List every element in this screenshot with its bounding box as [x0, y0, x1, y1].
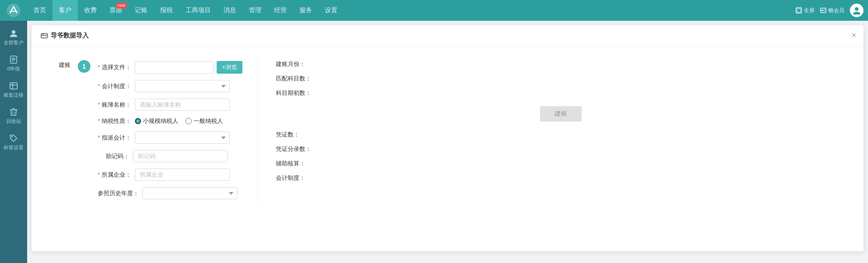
top-nav: 首页 客户 收费 票据 new 记账 报税 工商项目 消息 管理 经营 服务 设… — [0, 0, 868, 21]
member-button[interactable]: 畅会员 — [820, 7, 844, 14]
accountant-label: 指派会计： — [98, 134, 131, 142]
aux-accounting-label: 辅助核算： — [276, 160, 312, 168]
voucher-label: 凭证数： — [276, 131, 312, 139]
svg-rect-21 — [41, 33, 47, 38]
new-badge: new — [116, 3, 127, 9]
month-row: 建账月份： — [276, 60, 845, 68]
accounting-system-label: 会计制度： — [98, 82, 131, 90]
svg-point-20 — [11, 136, 13, 137]
svg-point-8 — [12, 30, 15, 34]
build-account-button[interactable]: 建账 — [540, 106, 582, 122]
tax-small-option[interactable]: 小规模纳税人 — [135, 117, 178, 125]
accounting-system-select[interactable] — [135, 80, 230, 92]
svg-rect-13 — [10, 83, 17, 89]
history-year-select[interactable] — [142, 187, 237, 199]
tax-general-option[interactable]: 一般纳税人 — [185, 117, 223, 125]
aux-accounting-row: 辅助核算： — [276, 160, 845, 168]
subject-init-label: 科目期初数： — [276, 89, 312, 97]
nav-home[interactable]: 首页 — [27, 0, 52, 21]
file-row: 选择文件： +浏览 — [98, 61, 244, 74]
sidebar-item-tag-settings[interactable]: 标签设置 — [1, 130, 26, 155]
subject-init-row: 科目期初数： — [276, 89, 845, 97]
nav-service[interactable]: 服务 — [293, 0, 318, 21]
step-label-text: 建账 — [59, 61, 71, 69]
memo-row: 助记码： — [98, 150, 244, 162]
file-input[interactable] — [135, 61, 214, 74]
nav-right: 全屏 畅会员 — [796, 4, 863, 17]
memo-input[interactable] — [133, 150, 228, 162]
svg-rect-2 — [797, 9, 801, 12]
sidebar-item-all-customers[interactable]: 全部客户 — [1, 25, 26, 50]
form-left: 建账 1 选择文件： +浏览 — [32, 56, 258, 204]
accountant-select[interactable] — [135, 132, 230, 144]
step-label: 建账 — [59, 60, 71, 70]
month-label: 建账月份： — [276, 60, 312, 68]
nav-customer[interactable]: 客户 — [52, 0, 78, 21]
nav-message[interactable]: 消息 — [217, 0, 242, 21]
dialog-title: 导爷数据导入 — [41, 32, 89, 40]
company-label: 所属企业： — [98, 171, 131, 179]
tax-small-radio[interactable] — [135, 118, 141, 124]
sidebar-item-recycle[interactable]: 回收站 — [1, 104, 26, 128]
ledger-name-input[interactable] — [135, 99, 230, 111]
sidebar-item-account-migration[interactable]: 账套迁移 — [1, 78, 26, 102]
logo — [5, 1, 23, 19]
tax-type-label: 纳税性质： — [98, 117, 131, 125]
nav-manage[interactable]: 管理 — [242, 0, 268, 21]
svg-point-4 — [821, 9, 823, 11]
ledger-name-label: 账簿名称： — [98, 101, 131, 109]
ledger-name-row: 账簿名称： — [98, 99, 244, 111]
nav-invoice[interactable]: 票据 new — [103, 0, 128, 21]
form-fields: 选择文件： +浏览 会计制度： — [98, 61, 244, 199]
history-year-label: 参照历史年度： — [98, 189, 139, 197]
form-right: 建账月份： 匹配科目数： 科目期初数： 建账 凭证数： — [258, 56, 863, 204]
main-content: 导爷数据导入 × 建账 1 选择文件： — [27, 21, 868, 263]
voucher-records-row: 凭证分录数： — [276, 145, 845, 153]
match-subject-row: 匹配科目数： — [276, 75, 845, 83]
tax-type-row: 纳税性质： 小规模纳税人 一般纳税人 — [98, 117, 244, 125]
form-area: 建账 1 选择文件： +浏览 — [32, 47, 863, 213]
file-label: 选择文件： — [98, 63, 131, 71]
right-accounting-system-row: 会计制度： — [276, 174, 845, 182]
fullscreen-button[interactable]: 全屏 — [796, 7, 815, 14]
nav-items: 首页 客户 收费 票据 new 记账 报税 工商项目 消息 管理 经营 服务 设… — [27, 0, 796, 21]
dialog-header: 导爷数据导入 × — [32, 25, 863, 47]
dialog-title-text: 导爷数据导入 — [51, 32, 89, 40]
memo-label: 助记码： — [98, 152, 129, 160]
tax-type-radio-group: 小规模纳税人 一般纳税人 — [135, 117, 223, 125]
accountant-row: 指派会计： — [98, 132, 244, 144]
nav-business[interactable]: 工商项目 — [179, 0, 217, 21]
sidebar-item-zero-declaration[interactable]: 0申报 — [1, 52, 26, 76]
svg-point-7 — [855, 7, 859, 11]
match-subject-label: 匹配科目数： — [276, 75, 312, 83]
browse-button[interactable]: +浏览 — [217, 61, 243, 74]
history-year-row: 参照历史年度： — [98, 187, 244, 199]
voucher-records-label: 凭证分录数： — [276, 145, 312, 153]
tax-general-radio[interactable] — [185, 118, 192, 124]
company-input[interactable] — [135, 169, 230, 181]
file-input-group: +浏览 — [135, 61, 243, 74]
nav-tax[interactable]: 报税 — [154, 0, 179, 21]
avatar[interactable] — [850, 4, 863, 17]
close-icon[interactable]: × — [851, 31, 856, 40]
nav-fee[interactable]: 收费 — [78, 0, 103, 21]
voucher-row: 凭证数： — [276, 131, 845, 139]
right-accounting-system-label: 会计制度： — [276, 174, 312, 182]
nav-settings[interactable]: 设置 — [318, 0, 344, 21]
company-row: 所属企业： — [98, 169, 244, 181]
layout: 全部客户 0申报 账套迁移 — [0, 21, 868, 263]
step-section: 建账 1 选择文件： +浏览 — [59, 60, 244, 199]
step-circle: 1 — [78, 60, 90, 73]
nav-bookkeeping[interactable]: 记账 — [128, 0, 154, 21]
dialog: 导爷数据导入 × 建账 1 选择文件： — [32, 25, 863, 251]
sidebar: 全部客户 0申报 账套迁移 — [0, 21, 27, 263]
accounting-system-row: 会计制度： — [98, 80, 244, 92]
nav-operation[interactable]: 经营 — [268, 0, 293, 21]
